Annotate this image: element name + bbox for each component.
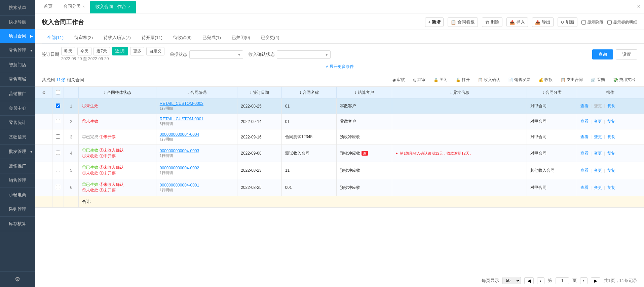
row3-checkbox[interactable] [52, 129, 64, 145]
date-custom[interactable]: 自定义 [146, 47, 164, 55]
prev-page-button[interactable]: ‹ [537, 277, 544, 284]
sidebar-item-wholesale[interactable]: 批发管理 [0, 145, 35, 159]
row4-op-view[interactable]: 查看 [580, 151, 589, 156]
filter-tab-pending-confirm[interactable]: 待收入确认(7) [98, 33, 136, 43]
sidebar-item-sales[interactable]: 销售管理 [0, 173, 35, 188]
date-today[interactable]: 今天 [77, 47, 91, 55]
show-fields-checkbox[interactable]: 显示阶段 [581, 19, 603, 25]
abandon-button[interactable]: ◎ 弃审 [411, 76, 427, 84]
sidebar-item-retail[interactable]: 零售管理 [0, 43, 35, 58]
filter-tab-closed[interactable]: 已关闭(0) [226, 33, 256, 43]
sidebar-item-member[interactable]: 会员中心 [0, 101, 35, 116]
row4-op-change[interactable]: 变更 [594, 151, 602, 156]
tab-close-income-workbench[interactable]: × [128, 5, 130, 9]
row6-op-view[interactable]: 查看 [580, 185, 589, 190]
audit-button[interactable]: ◉ 审核 [390, 76, 407, 84]
delete-button[interactable]: 🗑 删除 [482, 17, 502, 27]
sidebar-item-marketing[interactable]: 营销推广 [0, 87, 35, 101]
col-header-setting[interactable]: ⚙ [35, 87, 52, 98]
page-size-select[interactable]: 50 10 20 100 [502, 277, 521, 284]
date-last1month[interactable]: 近1月 [112, 47, 128, 55]
sidebar-item-project[interactable]: 项目合同 [0, 29, 35, 43]
col-header-error[interactable]: ↕ 异常信息 [392, 87, 527, 98]
row5-checkbox[interactable] [52, 162, 64, 179]
row5-op-change[interactable]: 变更 [594, 168, 602, 173]
filter-tab-pending-review[interactable]: 待审核(2) [69, 33, 98, 43]
row6-checkbox[interactable] [52, 179, 64, 196]
tab-close-contract-category[interactable]: × [83, 4, 85, 8]
first-page-button[interactable]: ◀ [524, 277, 534, 284]
sidebar-item-smartshop[interactable]: 智慧门店 [0, 58, 35, 72]
row5-op-copy[interactable]: 复制 [607, 168, 615, 173]
doc-status-select[interactable] [189, 50, 243, 59]
sidebar-item-ecommerce[interactable]: 零售商城 [0, 72, 35, 87]
window-close[interactable]: ✕ [637, 4, 641, 9]
query-button[interactable]: 查询 [592, 49, 613, 59]
add-button[interactable]: + 新增 [425, 17, 444, 27]
expand-btn[interactable]: ∨ 展开更多条件 [325, 64, 354, 70]
import-button[interactable]: 📥 导入 [506, 17, 528, 27]
sidebar-item-marketing2[interactable]: 营销推广 [0, 159, 35, 173]
col-header-status[interactable]: ↕ 合同整体状态 [79, 87, 156, 98]
last-page-button[interactable]: ▶ [591, 277, 600, 284]
filter-tab-completed[interactable]: 已完成(1) [197, 33, 226, 43]
row1-code-link[interactable]: RETAIL_CUSTOM-0003 [160, 101, 203, 106]
filter-tab-pending-invoice[interactable]: 待开票(11) [136, 33, 168, 43]
income-confirm-button[interactable]: 📋 收入确认 [476, 76, 502, 84]
row3-code-link[interactable]: 0000000000004-0004 [160, 132, 199, 137]
sidebar-item-basic[interactable]: 基础信息 [0, 130, 35, 145]
select-all-checkbox[interactable] [56, 90, 60, 94]
filter-tab-all[interactable]: 全部(11) [42, 33, 69, 43]
purchase-button[interactable]: 🛒 采购 [589, 76, 607, 84]
row4-op-copy[interactable]: 复制 [607, 151, 615, 156]
tab-income-workbench[interactable]: 收入合同工作台 × [90, 1, 136, 13]
date-yesterday[interactable]: 昨天 [61, 47, 75, 55]
row1-checkbox[interactable] [52, 98, 64, 114]
sidebar-item-purchase[interactable]: 采购管理 [0, 202, 35, 217]
sales-invoice-button[interactable]: 📄 销售发票 [506, 76, 532, 84]
row6-op-change[interactable]: 变更 [594, 185, 602, 190]
row2-op-view[interactable]: 查看 [580, 119, 589, 124]
show-marks-checkbox[interactable]: 显示标的明细 [607, 19, 637, 25]
row2-code-link[interactable]: RETAIL_CUSTOM-0001 [160, 117, 203, 121]
sidebar-item-xiaochangec[interactable]: 小畅电商 [0, 188, 35, 202]
window-minimize[interactable]: — [629, 4, 634, 9]
row1-op-copy[interactable]: 复制 [607, 104, 615, 108]
col-header-checkbox[interactable] [52, 87, 64, 98]
row3-op-copy[interactable]: 复制 [607, 134, 615, 139]
receive-button[interactable]: 💰 收款 [536, 76, 555, 84]
col-header-sign-date[interactable]: ↕ 签订日期 [237, 87, 282, 98]
row5-code-link[interactable]: 0000000000004-0002 [160, 166, 199, 170]
col-header-name[interactable]: ↕ 合同名称 [281, 87, 336, 98]
row2-checkbox[interactable] [52, 114, 64, 129]
row3-op-change[interactable]: 变更 [594, 134, 602, 139]
next-page-button[interactable]: › [580, 277, 588, 284]
row6-code-link[interactable]: 0000000000004-0001 [160, 183, 199, 188]
filter-tab-changed[interactable]: 已变更(4) [256, 33, 285, 43]
date-last7[interactable]: 近7天 [93, 47, 110, 55]
page-input[interactable] [556, 277, 569, 284]
export-button[interactable]: 📤 导出 [532, 17, 554, 27]
tab-contract-category[interactable]: 合同分类 × [58, 0, 90, 13]
sidebar-nav[interactable]: 快捷导航 [0, 16, 35, 29]
col-header-customer[interactable]: ↕ 结算客户 [337, 87, 392, 98]
row4-checkbox[interactable] [52, 145, 64, 162]
kanban-button[interactable]: 📋 合同看板 [448, 17, 478, 27]
sidebar-item-stats[interactable]: 零售统计 [0, 116, 35, 130]
open-button[interactable]: 🔓 打开 [454, 76, 472, 84]
filter-tab-pending-receive[interactable]: 待收款(8) [168, 33, 197, 43]
tab-home[interactable]: 首页 [38, 0, 58, 13]
sidebar-item-inventory[interactable]: 库存核算 [0, 217, 35, 231]
row2-op-change[interactable]: 变更 [594, 119, 602, 124]
row1-op-view[interactable]: 查看 [580, 104, 589, 108]
date-more[interactable]: 更多 [130, 47, 144, 55]
row2-op-copy[interactable]: 复制 [607, 119, 615, 124]
sidebar-search[interactable]: 搜索菜单 [0, 0, 35, 16]
close-button[interactable]: 🔒 关闭 [431, 76, 450, 84]
expense-button[interactable]: 💸 费用支出 [611, 76, 637, 84]
row6-op-copy[interactable]: 复制 [607, 185, 615, 190]
col-header-category[interactable]: ↕ 合同分类 [527, 87, 577, 98]
sidebar-settings[interactable]: ⚙ [0, 271, 35, 287]
out-contract-button[interactable]: 📋 支出合同 [559, 76, 585, 84]
set-button[interactable]: 设置 [616, 49, 637, 59]
